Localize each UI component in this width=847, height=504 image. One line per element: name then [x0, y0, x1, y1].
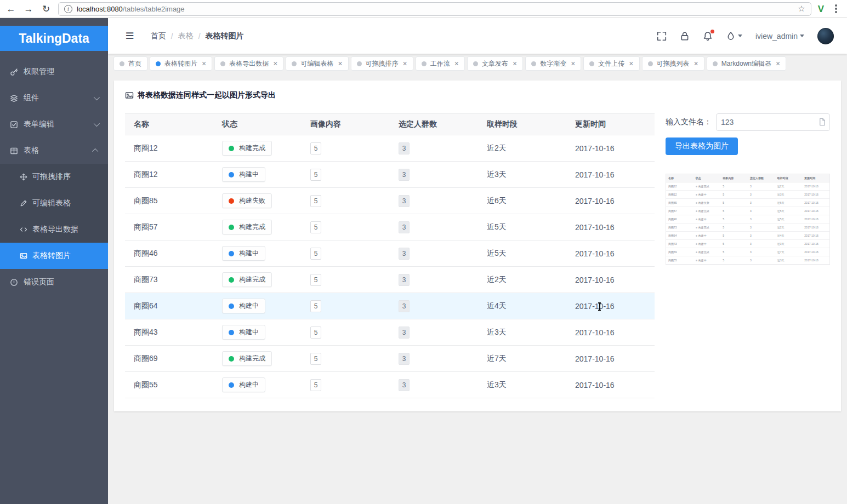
url-bar[interactable]: i localhost:8080/tables/table2image ☆ — [58, 2, 811, 16]
page-tab[interactable]: 可拖拽排序 × — [351, 56, 413, 71]
page-tab[interactable]: 数字渐变 × — [525, 56, 581, 71]
preview-row: 商圈12 构建中 5 3 近3天 2017-10-16 — [666, 191, 829, 199]
preview-cell-name: 商圈46 — [666, 217, 693, 221]
cell-updated: 2017-10-16 — [566, 249, 655, 258]
avatar[interactable] — [817, 28, 834, 44]
cell-period: 近2天 — [478, 275, 566, 285]
tab-dot-icon — [473, 61, 478, 66]
table-row[interactable]: 商圈46 构建中 5 — [125, 240, 655, 267]
page-info-icon[interactable]: i — [64, 5, 72, 13]
preview-status-dot-icon — [696, 202, 697, 204]
app-logo[interactable]: TalkingData — [0, 26, 108, 51]
tab-dot-icon — [589, 61, 594, 66]
sidebar-item-error-page[interactable]: 错误页面 — [0, 269, 108, 295]
notifications-button[interactable] — [703, 31, 713, 41]
breadcrumb-section[interactable]: 表格 — [178, 31, 194, 41]
hamburger-menu-icon[interactable]: ≡ — [126, 29, 134, 42]
tab-dot-icon — [292, 61, 297, 66]
export-table-button[interactable]: 导出表格为图片 — [666, 138, 738, 155]
tab-close-icon[interactable]: × — [694, 60, 698, 67]
page-tab[interactable]: Markdown编辑器 × — [707, 56, 787, 71]
preview-cell-count: 3 — [748, 226, 775, 229]
chevron-down-icon — [94, 121, 100, 127]
preview-cell-content: 5 — [720, 217, 748, 221]
filename-input-wrap — [716, 113, 830, 131]
table-row[interactable]: 商圈43 构建中 5 — [125, 319, 655, 346]
page-tab[interactable]: 表格导出数据 × — [214, 56, 283, 71]
theme-button[interactable] — [726, 31, 742, 41]
sidebar-item-components[interactable]: 组件 — [0, 85, 108, 111]
checkbox-icon — [10, 121, 18, 129]
status-badge: 构建中 — [222, 325, 265, 340]
status-badge: 构建完成 — [222, 141, 272, 156]
page-tab[interactable]: 首页 × — [113, 56, 147, 71]
browser-menu-icon[interactable] — [835, 8, 837, 10]
filename-row: 输入文件名： — [666, 113, 830, 131]
cell-status: 构建中 — [213, 377, 302, 392]
content-count-box: 5 — [310, 221, 321, 233]
sidebar-item-drag-sort[interactable]: 可拖拽排序 — [0, 164, 108, 190]
tab-close-icon[interactable]: × — [776, 60, 780, 67]
sidebar-item-tables[interactable]: 表格 — [0, 138, 108, 164]
forward-icon[interactable]: → — [23, 4, 34, 14]
cell-people-count: 3 — [390, 221, 478, 233]
refresh-icon[interactable]: ↻ — [41, 4, 52, 14]
table-row[interactable]: 商圈73 构建完成 5 — [125, 267, 655, 293]
status-badge: 构建中 — [222, 167, 265, 182]
tab-close-icon[interactable]: × — [454, 60, 459, 67]
user-menu[interactable]: iview_admin — [755, 32, 804, 41]
tab-close-icon[interactable]: × — [403, 60, 407, 67]
people-count-box: 3 — [399, 353, 410, 365]
preview-cell-period: 近3天 — [775, 242, 803, 245]
cell-status: 构建中 — [213, 325, 302, 340]
breadcrumb: 首页 / 表格 / 表格转图片 — [151, 31, 244, 41]
preview-cell-name: 商圈55 — [666, 259, 693, 262]
tab-dot-icon — [422, 61, 427, 66]
tab-close-icon[interactable]: × — [513, 60, 517, 67]
sidebar-item-table-export-data[interactable]: 表格导出数据 — [0, 216, 108, 243]
table-row[interactable]: 商圈57 构建完成 5 — [125, 214, 655, 240]
status-label: 构建完成 — [239, 275, 265, 284]
sidebar-item-form-edit[interactable]: 表单编辑 — [0, 111, 108, 138]
tab-close-icon[interactable]: × — [338, 60, 342, 67]
preview-row: 商圈69 构建完成 5 3 近7天 2017-10-16 — [666, 248, 829, 256]
back-icon[interactable]: ← — [5, 4, 16, 14]
table-row[interactable]: 商圈85 构建失败 5 — [125, 188, 655, 214]
lock-button[interactable] — [680, 31, 690, 41]
image-icon — [125, 91, 134, 100]
page-tab[interactable]: 文章发布 × — [467, 56, 523, 71]
table-row[interactable]: 商圈55 构建中 5 — [125, 372, 655, 398]
page-tab[interactable]: 可编辑表格 × — [286, 56, 348, 71]
page-tab[interactable]: 文件上传 × — [583, 56, 639, 71]
cell-period: 近3天 — [478, 380, 566, 390]
breadcrumb-home[interactable]: 首页 — [151, 31, 166, 41]
tab-close-icon[interactable]: × — [571, 60, 575, 67]
sidebar-item-label: 组件 — [24, 93, 39, 103]
sidebar-item-editable-table[interactable]: 可编辑表格 — [0, 190, 108, 216]
table-row[interactable]: 商圈64 构建中 5 — [125, 293, 655, 319]
status-dot-icon — [229, 225, 234, 230]
cell-period: 近6天 — [478, 196, 566, 206]
preview-cell-count: 3 — [748, 242, 775, 245]
sidebar-item-permissions[interactable]: 权限管理 — [0, 59, 108, 85]
filename-input[interactable] — [716, 113, 830, 131]
fullscreen-button[interactable] — [657, 31, 667, 41]
table-row[interactable]: 商圈69 构建完成 5 — [125, 346, 655, 372]
tab-close-icon[interactable]: × — [273, 60, 277, 67]
tab-close-icon[interactable]: × — [629, 60, 633, 67]
table-header-row: 名称 状态 画像内容 选定人群数 取样时段 更新时间 — [125, 113, 655, 135]
page-tab[interactable]: 表格转图片 × — [150, 56, 212, 71]
extension-icon[interactable]: V — [818, 4, 824, 14]
table-row[interactable]: 商圈12 构建完成 5 — [125, 135, 655, 162]
status-label: 构建中 — [239, 301, 259, 311]
sidebar-item-table-to-image[interactable]: 表格转图片 — [0, 243, 108, 269]
preview-cell-count: 3 — [748, 185, 775, 188]
table-row[interactable]: 商圈12 构建中 5 — [125, 162, 655, 188]
preview-status-dot-icon — [696, 235, 697, 237]
page-tab[interactable]: 可拖拽列表 × — [642, 56, 704, 71]
tab-close-icon[interactable]: × — [202, 60, 206, 67]
bookmark-star-icon[interactable]: ☆ — [798, 4, 805, 14]
people-count-box: 3 — [399, 379, 410, 391]
cell-name: 商圈46 — [125, 249, 213, 259]
page-tab[interactable]: 工作流 × — [416, 56, 465, 71]
